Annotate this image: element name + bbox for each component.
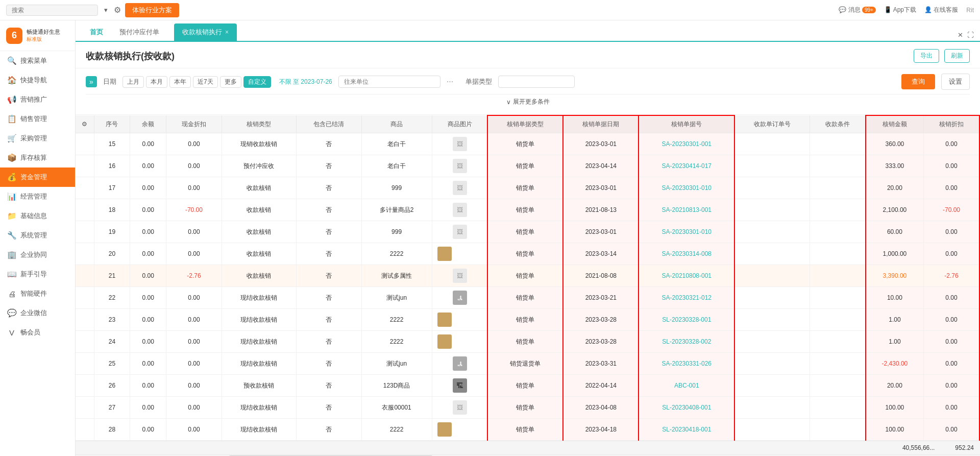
report-no-link[interactable]: SL-20230328-002	[662, 338, 711, 345]
tab-prepay[interactable]: 预付冲应付单 ×	[111, 23, 174, 41]
td-report-no[interactable]: SA-20230301-001	[639, 133, 734, 155]
sidebar-item-operations[interactable]: 📊 经营管理	[0, 187, 75, 206]
sidebar-item-inventory[interactable]: 📦 库存核算	[0, 148, 75, 167]
sidebar-item-finance[interactable]: 💰 资金管理	[0, 167, 75, 187]
td-balance: 0.00	[130, 309, 166, 331]
sidebar-item-marketing[interactable]: 📢 营销推广	[0, 90, 75, 109]
filter-settings-button[interactable]: 设置	[941, 74, 970, 90]
from-unit-more-icon[interactable]: ···	[447, 77, 453, 86]
sidebar-item-vip[interactable]: V 畅会员	[0, 323, 75, 342]
table-wrapper[interactable]: ⚙ 序号 余额 现金折扣 核销类型 包含已结清 商品 商品图片 核销单据类型 核…	[76, 115, 980, 456]
td-report-date: 2023-03-01	[563, 221, 639, 243]
refresh-button[interactable]: 刷新	[944, 49, 970, 63]
online-service-link[interactable]: 👤 在线客服	[924, 6, 958, 14]
td-settings	[76, 265, 94, 287]
td-writeoff-amount: 333.00	[866, 155, 924, 177]
report-no-link[interactable]: SA-20210808-001	[662, 272, 712, 279]
sidebar-item-quick-nav[interactable]: 🏠 快捷导航	[0, 70, 75, 90]
export-button[interactable]: 导出	[914, 49, 939, 63]
settings-icon[interactable]: ⚙	[114, 5, 121, 15]
report-no-link[interactable]: SL-20230408-001	[662, 404, 711, 411]
td-report-no[interactable]: SL-20230408-001	[639, 397, 734, 419]
filter-expand-button[interactable]: »	[86, 76, 97, 87]
td-writeoff-discount: 0.00	[923, 331, 979, 353]
product-image: 🖼	[453, 225, 467, 239]
td-cash-discount: 0.00	[166, 287, 222, 309]
report-no-link[interactable]: SA-20230414-017	[662, 162, 712, 170]
date-btn-7days[interactable]: 近7天	[193, 76, 218, 88]
sidebar-item-basic-info[interactable]: 📁 基础信息	[0, 206, 75, 226]
bill-type-select[interactable]	[498, 76, 575, 88]
report-no-link[interactable]: SL-20230328-001	[662, 316, 711, 323]
td-writeoff-discount: 0.00	[923, 243, 979, 265]
app-download-link[interactable]: 📱 App下载	[884, 6, 916, 14]
report-no-link[interactable]: SA-20230321-012	[662, 294, 712, 301]
td-report-no[interactable]: SA-20230301-010	[639, 177, 734, 199]
td-no: 16	[94, 155, 130, 177]
td-report-no[interactable]: SA-20230314-008	[639, 243, 734, 265]
product-image	[437, 422, 452, 437]
report-no-link[interactable]: SA-20230301-010	[662, 228, 712, 235]
td-report-no[interactable]: SA-20230331-026	[639, 353, 734, 375]
sidebar-item-sales[interactable]: 📋 销售管理	[0, 109, 75, 129]
tab-collection-close-icon[interactable]: ×	[225, 29, 229, 36]
close-all-icon[interactable]: ✕	[958, 31, 963, 39]
th-settings[interactable]: ⚙	[76, 115, 94, 133]
td-report-no[interactable]: SL-20230418-001	[639, 419, 734, 441]
from-unit-input[interactable]	[338, 76, 440, 88]
industry-solution-button[interactable]: 体验行业方案	[125, 3, 179, 17]
report-no-link[interactable]: SA-20230301-001	[662, 140, 712, 148]
report-no-link[interactable]: SL-20230418-001	[662, 426, 711, 433]
dropdown-arrow-icon[interactable]: ▾	[104, 6, 108, 14]
td-product-image: 🏞	[432, 353, 487, 375]
report-no-link[interactable]: ABC-001	[674, 382, 699, 389]
tab-prepay-close-icon[interactable]: ×	[162, 29, 166, 36]
td-report-no[interactable]: SA-20230321-012	[639, 287, 734, 309]
td-report-no[interactable]: SL-20230328-002	[639, 331, 734, 353]
sidebar-item-system[interactable]: 🔧 系统管理	[0, 226, 75, 245]
td-collection-order	[734, 331, 810, 353]
tab-home[interactable]: 首页	[82, 23, 111, 41]
td-report-no[interactable]: SA-20230301-010	[639, 221, 734, 243]
query-button[interactable]: 查询	[901, 74, 935, 89]
td-writeoff-type: 收款核销	[222, 221, 296, 243]
sidebar-label-wechat: 企业微信	[20, 308, 47, 318]
date-btn-custom[interactable]: 自定义	[243, 76, 271, 88]
sidebar-item-search-menu[interactable]: 🔍 搜索菜单	[0, 51, 75, 70]
sales-icon: 📋	[7, 114, 16, 124]
td-report-no[interactable]: SL-20230328-001	[639, 309, 734, 331]
sidebar-item-purchase[interactable]: 🛒 采购管理	[0, 129, 75, 148]
td-report-no[interactable]: SA-20210813-001	[639, 199, 734, 221]
th-report-date: 核销单据日期	[563, 115, 639, 133]
report-no-link[interactable]: SA-20210813-001	[662, 206, 712, 213]
date-btn-more[interactable]: 更多	[220, 76, 241, 88]
sidebar-item-wechat[interactable]: 💬 企业微信	[0, 303, 75, 323]
logo-sub: 标准版	[27, 36, 60, 43]
report-no-link[interactable]: SA-20230314-008	[662, 250, 712, 257]
expand-more-button[interactable]: ∨ 展开更多条件	[86, 94, 970, 109]
messages-area[interactable]: 💬 消息 99+	[839, 6, 876, 14]
filter-area: » 日期 上月 本月 本年 近7天 更多 自定义 不限 至 2023-07-26…	[76, 68, 980, 115]
date-btn-last-month[interactable]: 上月	[122, 76, 144, 88]
search-input[interactable]	[6, 5, 98, 16]
td-report-no[interactable]: ABC-001	[639, 375, 734, 397]
expand-tab-icon[interactable]: ⛶	[967, 31, 974, 39]
report-no-link[interactable]: SA-20230301-010	[662, 184, 712, 191]
td-balance: 0.00	[130, 397, 166, 419]
td-cash-discount: 0.00	[166, 375, 222, 397]
td-balance: 0.00	[130, 199, 166, 221]
date-btn-this-month[interactable]: 本月	[146, 76, 167, 88]
sidebar-item-smart-hw[interactable]: 🖨 智能硬件	[0, 284, 75, 303]
sidebar-label-guide: 新手引导	[20, 270, 47, 279]
td-report-no[interactable]: SA-20230414-017	[639, 155, 734, 177]
td-report-no[interactable]: SA-20210808-001	[639, 265, 734, 287]
report-no-link[interactable]: SA-20230331-026	[662, 360, 712, 367]
td-cash-discount: 0.00	[166, 221, 222, 243]
td-include-settled: 否	[297, 375, 361, 397]
td-report-date: 2023-03-28	[563, 309, 639, 331]
td-product: 老白干	[361, 133, 432, 155]
date-btn-this-year[interactable]: 本年	[169, 76, 191, 88]
sidebar-item-guide[interactable]: 📖 新手引导	[0, 265, 75, 284]
tab-collection[interactable]: 收款核销执行 ×	[174, 23, 237, 41]
sidebar-item-enterprise[interactable]: 🏢 企业协同	[0, 245, 75, 265]
